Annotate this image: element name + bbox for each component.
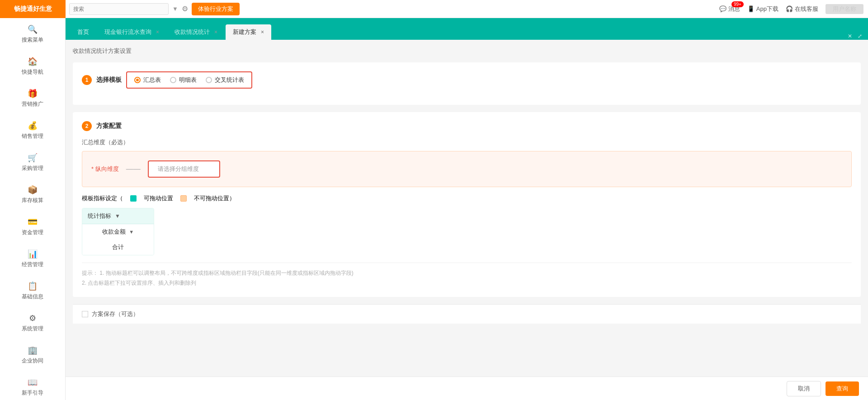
save-checkbox-text: 方案保存（可选） — [92, 310, 139, 318]
save-section: 方案保存（可选） — [73, 304, 861, 324]
sidebar-item-sales[interactable]: 💰 销售管理 — [0, 114, 65, 146]
cancel-button[interactable]: 取消 — [787, 381, 821, 396]
download-icon: 📱 — [747, 5, 755, 12]
sidebar-item-basic-info[interactable]: 📋 基础信息 — [0, 275, 65, 307]
dimension-section: 汇总维度（必选） * 纵向维度 —— 请选择分组维度 — [82, 138, 852, 187]
metrics-header-label: 统计指标 — [88, 212, 111, 220]
hint-fixed-text: 不可拖动位置） — [194, 194, 235, 202]
tab-new-plan-label: 新建方案 — [233, 28, 256, 36]
metrics-header-arrow[interactable]: ▼ — [115, 213, 120, 219]
step2-section: 2 方案配置 汇总维度（必选） * 纵向维度 —— 请选择分组维度 — [73, 112, 861, 297]
tab-new-plan[interactable]: 新建方案 × — [226, 24, 271, 40]
metrics-col2-label: 合计 — [112, 244, 124, 250]
tab-collection-stats-label: 收款情况统计 — [175, 28, 210, 36]
tips-section: 提示： 1. 拖动标题栏可以调整布局，不可跨维度或指标区域拖动栏目字段(只能在同… — [82, 263, 852, 288]
tab-collection-stats-close[interactable]: × — [214, 29, 217, 35]
tab-bar: 首页 现金银行流水查询 × 收款情况统计 × 新建方案 × ✕ ⤢ — [66, 18, 868, 40]
radio-crosstab[interactable]: 交叉统计表 — [206, 76, 244, 84]
service-label: 在线客服 — [795, 5, 818, 13]
home-icon: 🏠 — [28, 56, 38, 66]
sidebar-item-inventory[interactable]: 📦 库存核算 — [0, 179, 65, 211]
window-maximize-btn[interactable]: ⤢ — [856, 33, 863, 40]
query-button[interactable]: 查询 — [826, 381, 859, 396]
sidebar-item-search-menu[interactable]: 🔍 搜索菜单 — [0, 18, 65, 50]
sidebar-label: 经营管理 — [22, 261, 43, 268]
service-action[interactable]: 🎧 在线客服 — [786, 5, 818, 13]
tab-collection-stats[interactable]: 收款情况统计 × — [167, 24, 225, 40]
dropdown-arrow[interactable]: ▼ — [172, 5, 178, 12]
radio-detail[interactable]: 明细表 — [170, 76, 197, 84]
sidebar-label: 营销推广 — [22, 100, 43, 108]
message-action[interactable]: 💬 消息 99+ — [719, 5, 740, 13]
download-label: App下载 — [756, 5, 778, 13]
metrics-col1-arrow[interactable]: ▼ — [129, 229, 134, 235]
sidebar-label: 采购管理 — [22, 165, 43, 172]
footer-bar: 取消 查询 — [66, 376, 868, 400]
gear-icon[interactable]: ⚙ — [182, 5, 188, 13]
sidebar-item-guide[interactable]: 📖 新手引导 — [0, 371, 65, 400]
sidebar-item-system[interactable]: ⚙ 系统管理 — [0, 307, 65, 339]
radio-crosstab-label: 交叉统计表 — [215, 76, 244, 84]
message-badge: 99+ — [731, 1, 744, 7]
trial-button[interactable]: 体验行业方案 — [192, 3, 240, 15]
book-icon: 📖 — [28, 377, 38, 387]
top-bar: 畅捷通好生意 ▼ ⚙ 体验行业方案 💬 消息 99+ 📱 App下载 🎧 在线客… — [0, 0, 868, 18]
sidebar-item-marketing[interactable]: 🎁 营销推广 — [0, 82, 65, 114]
save-checkbox-box[interactable] — [82, 311, 88, 317]
tab-new-plan-close[interactable]: × — [261, 29, 264, 35]
metrics-col1-label: 收款金额 — [102, 228, 126, 235]
step2-title: 方案配置 — [96, 122, 122, 130]
metrics-hint-row: 模板指标设定（ 可拖动位置 不可拖动位置） — [82, 194, 852, 202]
sidebar-item-quick-nav[interactable]: 🏠 快捷导航 — [0, 50, 65, 82]
gift-icon: 🎁 — [28, 89, 38, 99]
tip2: 2. 点击标题栏下拉可设置排序、插入列和删除列 — [82, 278, 852, 288]
tab-bank-flow-label: 现金银行流水查询 — [104, 28, 151, 36]
tab-home[interactable]: 首页 — [70, 24, 96, 40]
settings-icon: ⚙ — [29, 313, 36, 323]
message-icon: 💬 — [719, 5, 726, 12]
sidebar-label: 资金管理 — [22, 229, 43, 236]
user-profile[interactable]: 用户名称 — [826, 4, 863, 14]
dimension-row-label: * 纵向维度 — [91, 165, 119, 173]
window-close-btn[interactable]: ✕ — [846, 33, 854, 40]
step1-title: 选择模板 — [96, 76, 122, 84]
metrics-title: 模板指标设定（ — [82, 194, 123, 202]
sidebar-label: 搜索菜单 — [22, 36, 43, 44]
step1-badge: 1 — [82, 75, 92, 85]
building-icon: 🏢 — [28, 345, 38, 355]
hint-fixed-badge — [180, 195, 187, 202]
search-input[interactable] — [69, 3, 169, 15]
sidebar-item-finance[interactable]: 💳 资金管理 — [0, 211, 65, 243]
metrics-table: 统计指标 ▼ 收款金额 ▼ 合计 — [82, 208, 154, 255]
tip1: 提示： 1. 拖动标题栏可以调整布局，不可跨维度或指标区域拖动栏目字段(只能在同… — [82, 268, 852, 278]
dimension-row: * 纵向维度 —— 请选择分组维度 — [91, 160, 842, 178]
window-controls: ✕ ⤢ — [846, 33, 863, 40]
radio-summary-label: 汇总表 — [143, 76, 161, 84]
tab-home-label: 首页 — [77, 28, 89, 36]
clipboard-icon: 📋 — [28, 281, 38, 291]
save-checkbox-label[interactable]: 方案保存（可选） — [82, 310, 139, 318]
step1-header: 1 选择模板 汇总表 明细表 交叉统计表 — [82, 71, 852, 89]
service-icon: 🎧 — [786, 5, 793, 12]
sidebar-item-purchase[interactable]: 🛒 采购管理 — [0, 146, 65, 179]
app-logo: 畅捷通好生意 — [0, 0, 66, 18]
box-icon: 📦 — [28, 185, 38, 195]
page-title: 收款情况统计方案设置 — [73, 47, 861, 55]
tab-bank-flow-close[interactable]: × — [156, 29, 159, 35]
sidebar-item-operation[interactable]: 📊 经营管理 — [0, 243, 65, 275]
sidebar-label: 销售管理 — [22, 132, 43, 140]
page-content: 收款情况统计方案设置 1 选择模板 汇总表 明细表 — [66, 40, 868, 376]
dimension-arrow: —— — [126, 165, 141, 173]
radio-summary[interactable]: 汇总表 — [134, 76, 161, 84]
dimension-select[interactable]: 请选择分组维度 — [148, 160, 220, 178]
tab-bank-flow[interactable]: 现金银行流水查询 × — [97, 24, 166, 40]
sidebar-item-enterprise[interactable]: 🏢 企业协同 — [0, 339, 65, 371]
radio-detail-label: 明细表 — [179, 76, 197, 84]
download-action[interactable]: 📱 App下载 — [747, 5, 778, 13]
sidebar-label: 系统管理 — [22, 325, 43, 333]
step2-badge: 2 — [82, 121, 92, 131]
step1-section: 1 选择模板 汇总表 明细表 交叉统计表 — [73, 62, 861, 105]
metrics-col2: 合计 — [82, 240, 154, 255]
sidebar-label: 快捷导航 — [22, 68, 43, 76]
content-area: 首页 现金银行流水查询 × 收款情况统计 × 新建方案 × ✕ ⤢ 收款情况统计… — [66, 18, 868, 400]
